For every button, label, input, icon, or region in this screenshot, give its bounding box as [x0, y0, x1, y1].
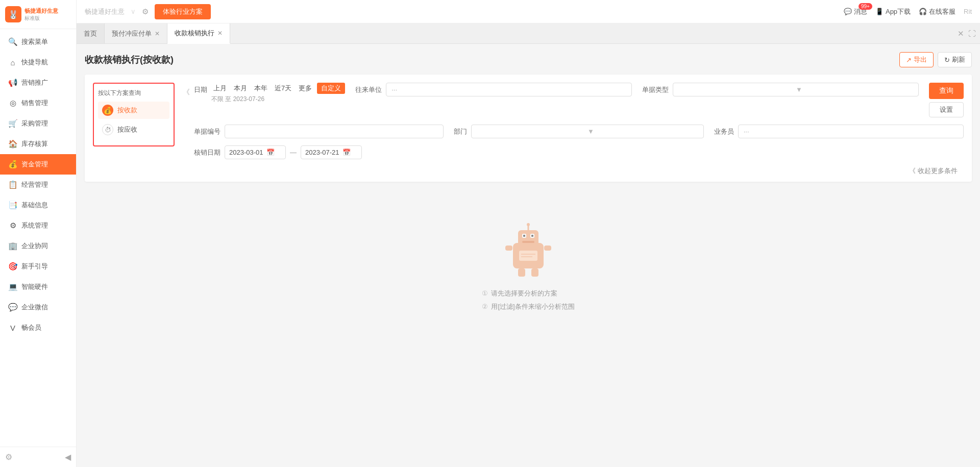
partner-input[interactable]: ···	[386, 83, 632, 96]
date-tab-more[interactable]: 更多	[297, 83, 314, 94]
home-tab-label: 首页	[84, 29, 97, 38]
refresh-icon: ↻	[944, 56, 950, 64]
empty-tip-2: ② 用[过滤]条件来缩小分析范围	[482, 300, 574, 313]
tab-home[interactable]: 首页	[77, 23, 105, 43]
collection-tab-close[interactable]: ✕	[217, 30, 223, 37]
sidebar-item-basic-info[interactable]: 📑基础信息	[0, 195, 76, 215]
app-icon: 📱	[875, 8, 884, 15]
filter-settings-button[interactable]: 设置	[929, 102, 964, 117]
sidebar-item-hardware[interactable]: 💻智能硬件	[0, 277, 76, 297]
svg-rect-13	[519, 251, 537, 261]
sidebar-item-marketing[interactable]: 📢营销推广	[0, 72, 76, 93]
sidebar-item-operation[interactable]: 📋经营管理	[0, 175, 76, 195]
sidebar: 🐰 畅捷通好生意 标准版 🔍搜索菜单⌂快捷导航📢营销推广◎销售管理🛒采购管理🏠库…	[0, 0, 77, 467]
message-icon: 💬	[844, 8, 852, 15]
query-button[interactable]: 查询	[929, 83, 964, 99]
nav-icon-wechat: 💬	[8, 303, 17, 312]
date-tab-this-year[interactable]: 本年	[252, 83, 270, 94]
date-tab-last-month[interactable]: 上月	[211, 83, 229, 94]
writeoff-start-date[interactable]: 2023-03-01 📅	[225, 145, 286, 159]
nav-icon-hardware: 💻	[8, 282, 17, 291]
topbar-gear-icon[interactable]: ⚙	[142, 7, 149, 16]
sidebar-item-guide[interactable]: 🎯新手引导	[0, 256, 76, 277]
nav-icon-marketing: 📢	[8, 78, 17, 87]
sidebar-item-sales[interactable]: ◎销售管理	[0, 93, 76, 113]
tab-collection[interactable]: 收款核销执行 ✕	[167, 23, 230, 44]
collapse-icon: 《	[909, 166, 916, 176]
filter-option-by-receipt[interactable]: 💰 按收款	[98, 102, 169, 119]
sidebar-item-purchase[interactable]: 🛒采购管理	[0, 113, 76, 134]
filter-option-by-receivable[interactable]: ⏱ 按应收	[98, 121, 169, 138]
date-field: 日期 上月 本月 本年 近7天 更多 自定义 不限 至 2023-07-26	[194, 83, 345, 104]
writeoff-date-field: 核销日期 2023-03-01 📅 — 2023-07-21 📅	[194, 145, 362, 159]
writeoff-end-date[interactable]: 2023-07-21 📅	[301, 145, 362, 159]
nav-icon-quick-nav: ⌂	[8, 58, 17, 67]
department-arrow: ▼	[587, 128, 698, 135]
department-select[interactable]: ▼	[471, 125, 703, 138]
nav-label-hardware: 智能硬件	[21, 282, 48, 291]
solution-button[interactable]: 体验行业方案	[155, 4, 211, 19]
nav-label-system: 系统管理	[21, 221, 48, 230]
message-badge: 99+	[859, 3, 872, 10]
nav-label-search: 搜索菜单	[21, 37, 48, 46]
more-conditions-row: 《 收起更多条件	[194, 164, 964, 178]
department-label: 部门	[454, 127, 467, 136]
svg-rect-9	[505, 245, 512, 251]
svg-point-12	[527, 223, 530, 226]
sidebar-item-member[interactable]: V畅会员	[0, 317, 76, 338]
voucher-type-field: 单据类型 ▼	[642, 83, 919, 96]
refresh-button[interactable]: ↻ 刷新	[938, 52, 972, 67]
voucher-no-input[interactable]	[225, 125, 444, 138]
date-range-separator: —	[290, 149, 297, 156]
sidebar-item-quick-nav[interactable]: ⌂快捷导航	[0, 52, 76, 72]
export-button[interactable]: ↗ 导出	[899, 52, 934, 67]
date-tab-custom[interactable]: 自定义	[317, 83, 345, 94]
page-title: 收款核销执行(按收款)	[85, 54, 174, 66]
nav-label-enterprise: 企业协同	[21, 241, 48, 251]
sidebar-item-finance[interactable]: 💰资金管理	[0, 154, 76, 175]
message-button[interactable]: 💬 消息 99+	[844, 7, 867, 16]
nav-label-member: 畅会员	[21, 323, 41, 332]
partner-label: 往来单位	[355, 85, 382, 94]
tabbar-actions: ✕ ⛶	[953, 23, 980, 43]
nav-icon-inventory: 🏠	[8, 139, 17, 149]
prepay-tab-label: 预付冲应付单	[112, 29, 152, 38]
empty-state: ① 请先选择要分析的方案 ② 用[过滤]条件来缩小分析范围	[85, 182, 972, 354]
customer-service-button[interactable]: 🎧 在线客服	[919, 7, 955, 16]
app-download-button[interactable]: 📱 App下载	[875, 7, 911, 16]
sidebar-item-search[interactable]: 🔍搜索菜单	[0, 32, 76, 52]
filter-scheme-panel: 按以下方案查询 💰 按收款 ⏱ 按应收	[93, 83, 175, 146]
sidebar-item-inventory[interactable]: 🏠库存核算	[0, 134, 76, 154]
voucher-type-select[interactable]: ▼	[673, 83, 919, 96]
end-calendar-icon: 📅	[342, 149, 351, 156]
receivable-option-icon: ⏱	[102, 124, 113, 135]
tab-expand-icon[interactable]: ⛶	[968, 29, 976, 38]
nav-icon-search: 🔍	[8, 37, 17, 46]
salesperson-field: 业务员 ···	[714, 125, 964, 138]
user-name: Rit	[964, 8, 972, 15]
content-area: 收款核销执行(按收款) ↗ 导出 ↻ 刷新 按以下方案查询 💰 按收款	[77, 44, 980, 467]
logo-text: 畅捷通好生意 标准版	[24, 7, 58, 22]
collapse-filter-button[interactable]: 《	[183, 88, 190, 97]
nav-icon-system: ⚙	[8, 221, 17, 230]
nav-list: 🔍搜索菜单⌂快捷导航📢营销推广◎销售管理🛒采购管理🏠库存核算💰资金管理📋经营管理…	[0, 29, 76, 447]
collapse-sidebar-icon[interactable]: ◀	[65, 452, 71, 462]
sidebar-item-wechat[interactable]: 💬企业微信	[0, 297, 76, 317]
svg-rect-10	[544, 245, 551, 251]
nav-label-operation: 经营管理	[21, 180, 48, 189]
salesperson-input[interactable]: ···	[738, 125, 964, 138]
sidebar-item-enterprise[interactable]: 🏢企业协同	[0, 236, 76, 256]
nav-icon-operation: 📋	[8, 180, 17, 189]
voucher-type-arrow: ▼	[796, 86, 913, 93]
sidebar-item-system[interactable]: ⚙系统管理	[0, 215, 76, 236]
date-tab-this-month[interactable]: 本月	[232, 83, 249, 94]
prepay-tab-close[interactable]: ✕	[155, 30, 160, 37]
settings-bottom-icon[interactable]: ⚙	[5, 452, 12, 462]
writeoff-date-label: 核销日期	[194, 148, 220, 157]
date-tab-7days[interactable]: 近7天	[273, 83, 293, 94]
svg-rect-6	[522, 241, 534, 243]
collapse-more-button[interactable]: 《 收起更多条件	[903, 164, 964, 178]
tab-prepay[interactable]: 预付冲应付单 ✕	[105, 23, 167, 43]
filter-row-1: 日期 上月 本月 本年 近7天 更多 自定义 不限 至 2023-07-26	[194, 83, 964, 117]
tab-close-all-icon[interactable]: ✕	[958, 29, 964, 38]
